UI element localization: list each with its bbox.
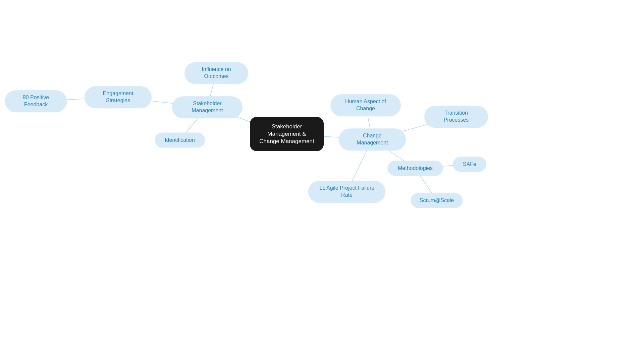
node-methodologies[interactable]: Methodologies	[388, 161, 443, 176]
node-identification[interactable]: Identification	[155, 133, 205, 148]
node-transition_processes[interactable]: Transition Processes	[424, 106, 488, 128]
node-positive_feedback[interactable]: 90 Positive Feedback	[5, 90, 67, 112]
node-agile_failure_rate[interactable]: 11 Agile Project Failure Rate	[308, 181, 385, 203]
node-change_management[interactable]: Change Management	[339, 128, 406, 150]
node-safe[interactable]: SAFe	[453, 157, 486, 172]
mindmap-container: Stakeholder Management & Change Manageme…	[0, 0, 644, 363]
node-stakeholder_management[interactable]: Stakeholder Management	[172, 96, 243, 118]
node-center[interactable]: Stakeholder Management & Change Manageme…	[250, 117, 324, 151]
node-engagement_strategies[interactable]: Engagement Strategies	[85, 86, 152, 108]
node-human_aspect[interactable]: Human Aspect of Change	[330, 94, 401, 116]
node-influence_on_outcomes[interactable]: Influence on Outcomes	[184, 62, 248, 84]
node-scrum_at_scale[interactable]: Scrum@Scale	[411, 193, 463, 208]
